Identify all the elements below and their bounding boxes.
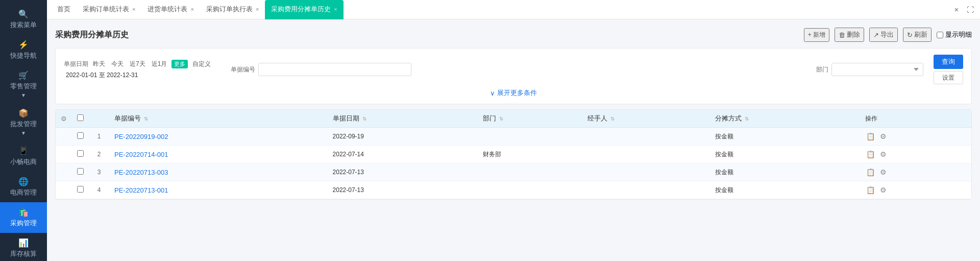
sort-doc-number-icon[interactable]: ⇅ [144, 116, 148, 122]
dept-select[interactable]: 财务部 [831, 63, 923, 76]
sidebar-item-label: 批发管理 [10, 120, 37, 129]
row-split-method-cell: 按金额 [710, 146, 860, 163]
add-button[interactable]: + 新增 [804, 28, 829, 42]
sort-split-method-icon[interactable]: ⇅ [745, 116, 749, 122]
row-checkbox[interactable] [77, 186, 84, 193]
tab-bar-right: × ⛶ [952, 5, 976, 15]
doc-number-link[interactable]: PE-20220714-001 [114, 151, 168, 158]
close-tab-purchase-execution[interactable]: × [256, 6, 259, 12]
data-table: ⚙ 单据编号 ⇅ 单据日期 ⇅ [56, 110, 971, 199]
refresh-icon: ↻ [907, 31, 913, 39]
table-body: 1 PE-20220919-002 2022-09-19 按金额 📋 ⚙ 2 P… [56, 128, 971, 199]
tab-purchase-cost[interactable]: 采购费用分摊单历史 × [265, 0, 343, 19]
more-icon[interactable]: ⚙ [879, 167, 888, 177]
tab-purchase-execution[interactable]: 采购订单执行表 × [200, 0, 265, 19]
more-icon[interactable]: ⚙ [879, 131, 888, 141]
col-dept-label: 部门 [483, 114, 496, 122]
data-table-container: ⚙ 单据编号 ⇅ 单据日期 ⇅ [55, 109, 972, 200]
refresh-label: 刷新 [914, 30, 927, 39]
more-icon[interactable]: ⚙ [879, 185, 888, 195]
sidebar-item-label: 电商管理 [10, 188, 37, 197]
close-tab-purchase-cost[interactable]: × [334, 6, 337, 12]
doc-number-link[interactable]: PE-20220919-002 [114, 133, 168, 140]
close-tab-purchase-summary[interactable]: × [132, 6, 135, 12]
edit-icon[interactable]: 📋 [865, 167, 876, 177]
sort-doc-date-icon[interactable]: ⇅ [362, 116, 366, 122]
dept-filter: 部门 财务部 [816, 63, 923, 76]
close-tab-incoming-summary[interactable]: × [190, 6, 193, 12]
edit-icon[interactable]: 📋 [865, 149, 876, 159]
row-dept-cell: 财务部 [478, 146, 583, 163]
doc-number-link[interactable]: PE-20220713-001 [114, 186, 168, 194]
sidebar-item-inventory[interactable]: 📊 库存核算 [0, 233, 47, 261]
sidebar-item-label: 小畅电商 [10, 157, 37, 167]
tab-incoming-summary[interactable]: 进货单统计表 × [141, 0, 200, 19]
shortcut-custom[interactable]: 自定义 [191, 59, 212, 69]
action-buttons: 📋 ⚙ [865, 167, 966, 177]
sidebar-item-miniapp[interactable]: 📱 小畅电商 [0, 141, 47, 172]
sidebar-item-ecommerce[interactable]: 🌐 电商管理 [0, 172, 47, 202]
column-settings-icon[interactable]: ⚙ [61, 115, 67, 123]
doc-number-input[interactable] [258, 63, 411, 76]
sidebar-item-search[interactable]: 🔍 搜索菜单 [0, 4, 47, 35]
sidebar-item-label: 快捷导航 [10, 51, 37, 60]
globe-icon: 🌐 [18, 177, 29, 186]
sidebar-item-shortcuts[interactable]: ⚡ 快捷导航 [0, 35, 47, 65]
sidebar-item-label: 库存核算 [10, 249, 37, 258]
window-maximize-button[interactable]: ⛶ [965, 5, 976, 15]
chart-icon: 📊 [18, 238, 29, 248]
col-row-num [89, 110, 109, 128]
window-close-button[interactable]: × [952, 5, 961, 15]
filter-settings-button[interactable]: 设置 [934, 71, 963, 84]
tab-purchase-summary[interactable]: 采购订单统计表 × [77, 0, 141, 19]
sort-dept-icon[interactable]: ⇅ [499, 116, 503, 122]
phone-icon: 📱 [18, 146, 29, 156]
doc-number-link[interactable]: PE-20220713-003 [114, 169, 168, 176]
show-columns-label: 显示明细 [945, 30, 972, 39]
tab-home[interactable]: 首页 [51, 0, 77, 19]
row-checkbox[interactable] [77, 132, 84, 139]
select-all-checkbox[interactable] [77, 114, 84, 121]
shopping-icon: 🛍️ [18, 207, 29, 217]
table-header-row: ⚙ 单据编号 ⇅ 单据日期 ⇅ [56, 110, 971, 128]
sidebar-item-retail[interactable]: 🛒 零售管理 ▼ [0, 65, 47, 103]
show-columns-toggle[interactable]: 显示明细 [937, 30, 972, 39]
query-button[interactable]: 查询 [934, 55, 963, 69]
row-doc-date-cell: 2022-07-14 [328, 146, 478, 163]
shortcut-7days[interactable]: 近7天 [128, 59, 147, 69]
sidebar-item-purchase[interactable]: 🛍️ 采购管理 [0, 202, 47, 233]
shortcut-more[interactable]: 更多 [172, 60, 188, 68]
row-actions-cell: 📋 ⚙ [860, 146, 971, 163]
chevron-down-icon: ▼ [21, 130, 26, 136]
col-actions: 操作 [860, 110, 971, 128]
table-row: 1 PE-20220919-002 2022-09-19 按金额 📋 ⚙ [56, 128, 971, 146]
more-icon[interactable]: ⚙ [879, 149, 888, 159]
sort-handler-icon[interactable]: ⇅ [610, 116, 615, 122]
filter-row: 单据日期 昨天 今天 近7天 近1月 更多 自定义 2022-01-01 至 2… [64, 55, 963, 84]
row-checkbox-cell [72, 163, 89, 181]
row-doc-date-cell: 2022-07-13 [328, 181, 478, 199]
edit-icon[interactable]: 📋 [865, 185, 876, 195]
row-num-cell: 4 [89, 181, 109, 199]
tab-purchase-cost-label: 采购费用分摊单历史 [271, 5, 331, 14]
expand-more-label: 展开更多条件 [497, 88, 537, 98]
row-handler-cell [582, 181, 710, 199]
row-checkbox[interactable] [77, 150, 84, 157]
table-row: 4 PE-20220713-001 2022-07-13 按金额 📋 ⚙ [56, 181, 971, 199]
refresh-button[interactable]: ↻ 刷新 [903, 28, 932, 42]
filter-actions: 查询 设置 [934, 55, 963, 84]
row-checkbox[interactable] [77, 168, 84, 175]
delete-button[interactable]: 🗑 删除 [835, 28, 864, 42]
edit-icon[interactable]: 📋 [865, 131, 876, 141]
show-columns-checkbox[interactable] [937, 32, 943, 38]
shortcut-1month[interactable]: 近1月 [150, 59, 169, 69]
shortcut-yesterday[interactable]: 昨天 [91, 59, 107, 69]
row-actions-cell: 📋 ⚙ [860, 163, 971, 181]
shortcut-today[interactable]: 今天 [110, 59, 125, 69]
cart-icon: 🛒 [18, 70, 29, 80]
row-handler-cell [582, 128, 710, 146]
expand-more-button[interactable]: ∨ 展开更多条件 [490, 88, 537, 98]
sidebar-item-wholesale[interactable]: 📦 批发管理 ▼ [0, 103, 47, 141]
row-doc-number-cell: PE-20220713-001 [109, 181, 328, 199]
export-button[interactable]: ↗ 导出 [869, 28, 898, 42]
